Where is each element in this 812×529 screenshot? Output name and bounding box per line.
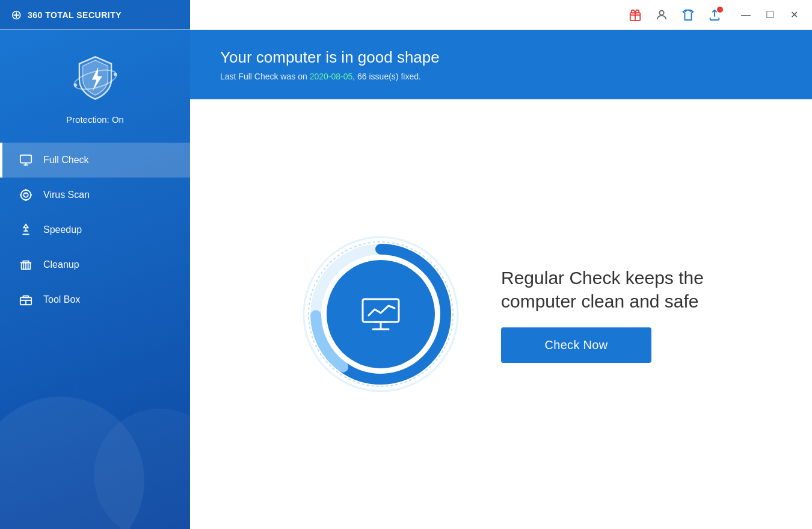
titlebar: ⊕ 360 TOTAL SECURITY bbox=[0, 0, 812, 30]
status-subtitle: Last Full Check was on 2020-08-05, 66 is… bbox=[220, 72, 782, 81]
virus-scan-icon bbox=[18, 187, 34, 203]
svg-rect-32 bbox=[363, 299, 399, 322]
shield-icon bbox=[65, 48, 125, 108]
status-date: 2020-08-05 bbox=[310, 72, 353, 81]
status-banner: Your computer is in good shape Last Full… bbox=[190, 30, 812, 99]
maximize-button[interactable]: ☐ bbox=[759, 4, 781, 26]
logo-icon: ⊕ bbox=[11, 7, 22, 23]
sidebar-item-label: Virus Scan bbox=[43, 190, 90, 200]
check-now-button[interactable]: Check Now bbox=[501, 327, 651, 363]
sidebar-item-speedup[interactable]: Speedup bbox=[0, 212, 190, 247]
status-pre-text: Last Full Check was on bbox=[220, 72, 310, 81]
sidebar-item-label: Tool Box bbox=[43, 294, 80, 305]
minimize-button[interactable]: — bbox=[735, 4, 757, 26]
sidebar-item-label: Cleanup bbox=[43, 259, 79, 270]
update-badge bbox=[717, 7, 723, 13]
titlebar-brand: ⊕ 360 TOTAL SECURITY bbox=[0, 0, 190, 29]
titlebar-actions: — ☐ ✕ bbox=[624, 4, 805, 26]
main-layout: Protection: On Full Check bbox=[0, 30, 812, 529]
cleanup-icon bbox=[18, 257, 34, 273]
content-area: Your computer is in good shape Last Full… bbox=[190, 30, 812, 529]
main-content: Regular Check keeps the computer clean a… bbox=[190, 99, 812, 529]
protection-status: Protection: On bbox=[66, 114, 124, 125]
svg-point-3 bbox=[659, 10, 663, 14]
status-post-text: , 66 issue(s) fixed. bbox=[352, 72, 421, 81]
sidebar-item-full-check[interactable]: Full Check bbox=[0, 143, 190, 178]
svg-point-10 bbox=[21, 190, 31, 200]
update-button[interactable] bbox=[704, 4, 725, 26]
full-check-icon bbox=[18, 152, 34, 168]
toolbox-icon bbox=[18, 292, 34, 308]
health-chart bbox=[297, 230, 465, 398]
chart-center bbox=[327, 260, 435, 368]
monitor-icon bbox=[360, 296, 402, 332]
sidebar-item-virus-scan[interactable]: Virus Scan bbox=[0, 178, 190, 212]
sidebar: Protection: On Full Check bbox=[0, 30, 190, 529]
app-title: 360 TOTAL SECURITY bbox=[28, 10, 121, 20]
close-button[interactable]: ✕ bbox=[783, 4, 805, 26]
window-controls: — ☐ ✕ bbox=[735, 4, 805, 26]
status-title: Your computer is in good shape bbox=[220, 48, 782, 67]
sidebar-item-cleanup[interactable]: Cleanup bbox=[0, 247, 190, 282]
svg-rect-23 bbox=[23, 296, 28, 298]
action-section: Regular Check keeps the computer clean a… bbox=[501, 266, 706, 363]
svg-rect-7 bbox=[20, 155, 31, 163]
sidebar-item-label: Full Check bbox=[43, 155, 89, 166]
sidebar-item-label: Speedup bbox=[43, 224, 82, 235]
speedup-icon bbox=[18, 222, 34, 238]
skin-button[interactable] bbox=[677, 4, 699, 26]
account-button[interactable] bbox=[651, 4, 672, 26]
shield-container: Protection: On bbox=[65, 48, 125, 125]
sidebar-item-tool-box[interactable]: Tool Box bbox=[0, 282, 190, 317]
gift-button[interactable] bbox=[624, 4, 646, 26]
action-title: Regular Check keeps the computer clean a… bbox=[501, 266, 706, 313]
